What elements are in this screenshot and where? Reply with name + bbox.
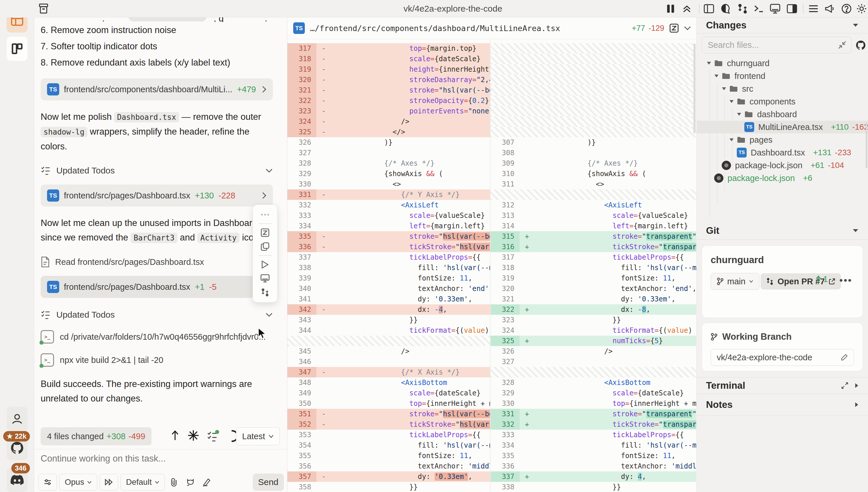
fast-forward-button[interactable] <box>99 474 118 491</box>
tree-folder-row[interactable]: dashboard <box>697 108 868 121</box>
notes-section-header[interactable]: Notes <box>697 394 868 415</box>
attach-file-button[interactable] <box>167 474 181 491</box>
tree-file-row[interactable]: package-lock.json+6 <box>697 172 868 184</box>
folder-name: churnguard <box>727 58 770 68</box>
version-dropdown[interactable]: Latest <box>236 427 280 445</box>
megaphone-icon[interactable] <box>823 3 836 15</box>
diff-sign <box>520 158 537 169</box>
terminal-command-row[interactable]: >_cd /private/var/folders/10/h7w0q46556g… <box>41 329 273 344</box>
diff-scrollbar[interactable] <box>694 44 696 133</box>
collapse-tree-icon[interactable] <box>838 41 846 49</box>
monitor-icon[interactable] <box>769 3 781 15</box>
scroll-up-icon[interactable] <box>171 429 180 441</box>
commits-ahead[interactable]: 1 <box>816 274 828 284</box>
git-compare-icon[interactable] <box>736 3 749 15</box>
text-segment: and <box>178 232 197 243</box>
diff-sign: - <box>316 304 334 315</box>
discord-button[interactable]: 346 <box>7 468 28 492</box>
tree-file-row[interactable]: TSDashboard.tsx+131-233 <box>697 146 868 159</box>
diff-row: 333 tickLabelProps={{ <box>491 429 696 440</box>
collapse-up-icon[interactable] <box>680 3 693 15</box>
code-line: /> <box>537 346 696 356</box>
file-change-chip[interactable]: TSfrontend/src/pages/Dashboard.tsx+1-5 <box>41 276 273 298</box>
files-changed-chip[interactable]: 4 files changed +308 -499 <box>41 427 151 445</box>
file-path: frontend/src/pages/Dashboard.tsx <box>64 282 190 292</box>
edit-pencil-icon[interactable] <box>840 353 848 361</box>
composer-settings-button[interactable] <box>38 474 57 491</box>
tree-file-row[interactable]: TSMultiLineArea.tsx+110-162 <box>697 121 868 133</box>
terminal-command-row[interactable]: >_npx vite build 2>&1 | tail -20 <box>41 352 273 368</box>
diff-row: 317- top={margin.top} <box>287 43 490 54</box>
panel-right-icon[interactable] <box>785 3 798 15</box>
line-number: 321 <box>491 294 520 304</box>
message-input[interactable] <box>41 453 273 464</box>
updated-todos-row[interactable]: Updated Todos <box>41 164 273 177</box>
menu-icon[interactable] <box>807 3 820 15</box>
diff-sign <box>520 221 537 231</box>
git-section-header[interactable]: Git <box>697 222 868 239</box>
model-dropdown[interactable]: Opus <box>59 474 97 491</box>
line-number: 343 <box>287 315 316 325</box>
tree-folder-row[interactable]: src <box>697 82 868 95</box>
code-block-icon[interactable] <box>670 24 679 33</box>
monitor-icon[interactable] <box>253 272 278 286</box>
diff-row: 347- {/* X Axis */} <box>287 367 490 377</box>
pause-icon[interactable] <box>664 3 677 15</box>
open-pr-button[interactable]: Open PR #7 <box>760 273 841 290</box>
search-files-input[interactable] <box>702 36 851 53</box>
code-line: dx: -4, <box>334 304 490 315</box>
play-icon[interactable] <box>253 257 278 272</box>
tree-folder-row[interactable]: churnguard <box>697 57 868 70</box>
github-button[interactable]: ★ 22k <box>7 436 28 460</box>
branch-selector[interactable]: main <box>711 273 759 290</box>
version-dropdown-label: Latest <box>242 432 265 441</box>
updated-todos-row[interactable]: Updated Todos <box>41 309 273 321</box>
diff-row <box>491 85 696 95</box>
folder-name: components <box>750 97 795 106</box>
line-number: 327 <box>491 356 520 367</box>
collapse-diff-icon[interactable] <box>684 26 691 30</box>
copy-icon[interactable] <box>253 240 278 253</box>
help-icon[interactable] <box>840 3 853 15</box>
file-name: MultiLineArea.tsx <box>758 122 823 132</box>
send-button[interactable]: Send <box>253 474 284 491</box>
tree-file-row[interactable]: package-lock.json+61-104 <box>697 159 868 172</box>
repo-menu-button[interactable]: ••• <box>839 275 852 286</box>
diff-row: 328 <AxisBottom <box>491 377 696 388</box>
code-line: fill: 'hsl(var(--muted-foreground))', <box>537 440 696 450</box>
panel-scrollbar[interactable] <box>866 122 867 168</box>
changes-section-header[interactable]: Changes <box>697 18 868 33</box>
burst-icon[interactable] <box>188 429 199 441</box>
working-branch-input[interactable]: vk/4e2a-explore-the-code <box>711 349 854 366</box>
settings-gear-icon[interactable] <box>855 3 868 15</box>
file-change-chip[interactable]: TSfrontend/src/components/dashboard/Mult… <box>41 78 273 100</box>
mode-dropdown[interactable]: Default <box>120 474 165 491</box>
file-change-chip[interactable]: TSfrontend/src/pages/Dashboard.tsx+130-2… <box>41 184 273 206</box>
tree-folder-row[interactable]: pages <box>697 133 868 146</box>
github-icon[interactable] <box>855 40 866 51</box>
workspace-tab[interactable] <box>7 36 28 61</box>
archive-icon[interactable] <box>37 3 50 15</box>
assistant-paragraph: Now let me polish Dashboard.tsx — remove… <box>41 110 272 154</box>
diff-row: 354 fill: 'hsl(var(--muted-foreground))'… <box>287 440 490 450</box>
git-compare-icon[interactable] <box>253 286 278 299</box>
tree-folder-row[interactable]: components <box>697 95 868 108</box>
github-icon <box>10 441 24 455</box>
cat-button[interactable] <box>184 474 197 491</box>
additions-count: +131 <box>813 148 831 157</box>
tree-folder-row[interactable]: frontend <box>697 70 868 82</box>
account-button[interactable] <box>7 407 28 431</box>
todo-list-icon[interactable] <box>207 429 219 442</box>
terminal-icon[interactable] <box>752 3 765 15</box>
chat-bubble-icon[interactable] <box>719 3 732 15</box>
diff-sign: - <box>316 419 334 429</box>
read-file-row[interactable]: Read frontend/src/pages/Dashboard.tsx <box>41 255 273 268</box>
code-block-icon[interactable] <box>253 226 278 240</box>
diff-row: 335 fontSize: 11, <box>491 450 696 461</box>
more-options-icon[interactable] <box>253 208 278 222</box>
chevron-right-icon <box>262 192 266 199</box>
code-line: }} <box>537 482 696 492</box>
panel-left-icon[interactable] <box>703 3 715 15</box>
terminal-section-header[interactable]: Terminal <box>697 377 868 394</box>
signature-pen-button[interactable] <box>200 474 214 491</box>
